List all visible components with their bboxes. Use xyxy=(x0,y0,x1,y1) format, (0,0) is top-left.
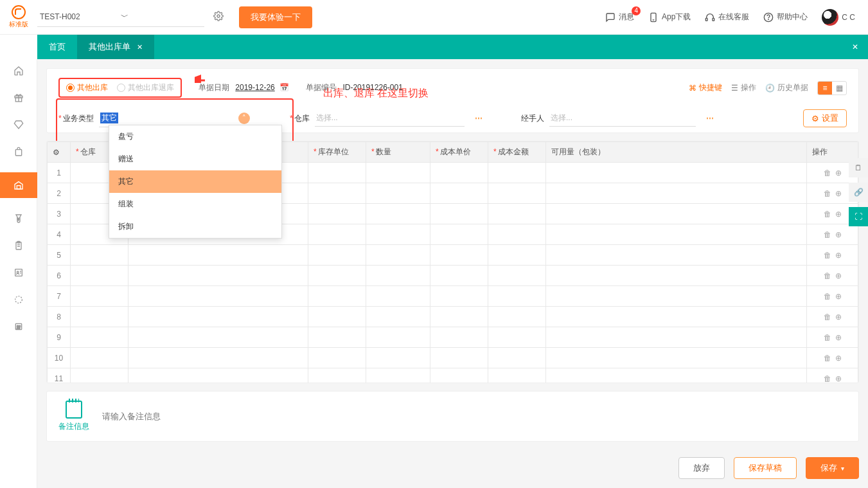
tab-otheroutbound[interactable]: 其他出库单 ✕ xyxy=(77,35,154,59)
warehouse-field[interactable]: *仓库 选择... ⋯ xyxy=(290,109,483,127)
doc-no-field: 单据编号 ID-20191226-001 xyxy=(306,82,403,93)
settings-button[interactable]: ⚙ 设置 xyxy=(803,109,847,127)
nav-cycle-icon[interactable] xyxy=(12,293,25,306)
nav-money-icon[interactable]: ¥ xyxy=(12,212,25,225)
save-button[interactable]: 保存▾ xyxy=(806,457,859,479)
table-row[interactable]: 6 🗑⊕ xyxy=(48,266,858,286)
dropdown-option-selected[interactable]: 其它 xyxy=(109,170,281,193)
experience-button[interactable]: 我要体验一下 xyxy=(239,6,312,28)
tab-home[interactable]: 首页 xyxy=(37,35,77,59)
add-row-icon[interactable]: ⊕ xyxy=(835,374,842,383)
app-download-link[interactable]: App下载 xyxy=(648,12,691,23)
dropdown-option[interactable]: 赠送 xyxy=(109,148,281,170)
delete-icon[interactable]: 🗑 xyxy=(824,230,831,239)
gear-icon[interactable] xyxy=(213,11,224,23)
customer-service-link[interactable]: 在线客服 xyxy=(705,12,749,23)
nav-bag-icon[interactable] xyxy=(12,145,25,158)
handler-field[interactable]: 经手人 选择... ⋯ xyxy=(521,109,714,127)
delete-icon[interactable]: 🗑 xyxy=(824,374,831,383)
more-icon[interactable]: ⋯ xyxy=(706,114,714,123)
help-link[interactable]: 帮助中心 xyxy=(763,12,808,23)
svg-point-18 xyxy=(17,271,19,273)
add-row-icon[interactable]: ⊕ xyxy=(835,230,842,239)
delete-icon[interactable]: 🗑 xyxy=(824,354,831,363)
tab-row: 首页 其他出库单 ✕ ✕ xyxy=(0,35,868,59)
svg-rect-11 xyxy=(17,186,20,189)
dropdown-option[interactable]: 盘亏 xyxy=(109,125,281,148)
dropdown-option[interactable]: 拆卸 xyxy=(109,215,281,238)
user-menu[interactable]: C C xyxy=(822,9,855,26)
close-all-tabs[interactable]: ✕ xyxy=(842,35,868,59)
delete-icon[interactable]: 🗑 xyxy=(824,333,831,342)
headset-icon xyxy=(705,12,715,23)
user-name: C C xyxy=(842,13,855,22)
remark-icon: 备注信息 xyxy=(58,401,89,432)
table-row[interactable]: 10 🗑⊕ xyxy=(48,348,858,368)
add-row-icon[interactable]: ⊕ xyxy=(835,292,842,301)
calendar-icon[interactable]: 📅 xyxy=(279,83,289,92)
discard-button[interactable]: 放弃 xyxy=(678,457,725,479)
org-select[interactable]: TEST-H002 ﹀ xyxy=(37,8,204,27)
delete-icon[interactable]: 🗑 xyxy=(824,210,831,219)
messages-link[interactable]: 消息 4 xyxy=(605,12,634,23)
delete-icon[interactable]: 🗑 xyxy=(824,189,831,198)
add-row-icon[interactable]: ⊕ xyxy=(835,189,842,198)
doc-date-field[interactable]: 单据日期 2019-12-26 📅 xyxy=(199,82,289,93)
add-row-icon[interactable]: ⊕ xyxy=(835,333,842,342)
chevron-down-icon: ﹀ xyxy=(121,12,202,23)
rail-link-icon[interactable]: 🔗 xyxy=(849,183,868,202)
add-row-icon[interactable]: ⊕ xyxy=(835,312,842,321)
svg-rect-10 xyxy=(15,150,21,156)
doc-date-value: 2019-12-26 xyxy=(235,83,274,92)
col-qty: *数量 xyxy=(366,142,430,163)
nav-gift-icon[interactable] xyxy=(12,91,25,104)
view-toggle: ≡ ▦ xyxy=(817,81,847,95)
col-available: 可用量（包装） xyxy=(546,142,807,163)
delete-icon[interactable]: 🗑 xyxy=(824,251,831,260)
table-row[interactable]: 11 🗑⊕ xyxy=(48,368,858,384)
remark-input[interactable] xyxy=(102,411,847,421)
view-grid-icon[interactable]: ▦ xyxy=(832,82,846,95)
shortcut-link[interactable]: ⌘ 快捷键 xyxy=(689,82,722,93)
delete-icon[interactable]: 🗑 xyxy=(824,312,831,321)
operate-link[interactable]: ☰ 操作 xyxy=(731,82,756,93)
view-list-icon[interactable]: ≡ xyxy=(818,82,832,95)
radio-outbound[interactable]: 其他出库 xyxy=(66,82,108,93)
table-row[interactable]: 8 🗑⊕ xyxy=(48,307,858,327)
nav-new-icon[interactable]: 新 xyxy=(12,320,25,333)
nav-contact-icon[interactable] xyxy=(12,266,25,279)
col-gear[interactable]: ⚙ xyxy=(48,142,71,163)
outbound-type-radios: 其他出库 其他出库退库 xyxy=(58,78,182,98)
rail-note-icon[interactable]: 🗒 xyxy=(849,158,868,177)
footer-buttons: 放弃 保存草稿 保存▾ xyxy=(46,449,859,479)
add-row-icon[interactable]: ⊕ xyxy=(835,168,842,177)
rail-expand-icon[interactable]: ⛶ xyxy=(849,207,868,226)
logo: 标准版 xyxy=(0,5,37,29)
delete-icon[interactable]: 🗑 xyxy=(824,168,831,177)
chevron-up-icon[interactable]: ˄ xyxy=(238,113,250,124)
table-row[interactable]: 7 🗑⊕ xyxy=(48,286,858,307)
col-price: *成本单价 xyxy=(430,142,488,163)
nav-home-icon[interactable] xyxy=(12,64,25,77)
doc-date-label: 单据日期 xyxy=(199,83,229,92)
nav-diamond-icon[interactable] xyxy=(12,118,25,131)
add-row-icon[interactable]: ⊕ xyxy=(835,210,842,219)
more-icon[interactable]: ⋯ xyxy=(475,114,483,123)
nav-warehouse-icon[interactable] xyxy=(0,172,37,198)
nav-clipboard-icon[interactable] xyxy=(12,239,25,252)
delete-icon[interactable]: 🗑 xyxy=(824,292,831,301)
svg-rect-1 xyxy=(651,13,656,21)
main-area: 其他出库 其他出库退库 单据日期 2019-12-26 📅 单据编号 ID-20… xyxy=(37,59,868,488)
add-row-icon[interactable]: ⊕ xyxy=(835,271,842,280)
table-row[interactable]: 9 🗑⊕ xyxy=(48,327,858,348)
add-row-icon[interactable]: ⊕ xyxy=(835,251,842,260)
close-icon[interactable]: ✕ xyxy=(137,43,143,51)
app-download-label: App下载 xyxy=(662,12,691,23)
history-link[interactable]: 🕘 历史单据 xyxy=(765,82,808,93)
add-row-icon[interactable]: ⊕ xyxy=(835,354,842,363)
radio-outbound-return[interactable]: 其他出库退库 xyxy=(117,82,174,93)
table-row[interactable]: 5 🗑⊕ xyxy=(48,245,858,266)
save-draft-button[interactable]: 保存草稿 xyxy=(734,457,797,479)
dropdown-option[interactable]: 组装 xyxy=(109,193,281,215)
delete-icon[interactable]: 🗑 xyxy=(824,271,831,280)
